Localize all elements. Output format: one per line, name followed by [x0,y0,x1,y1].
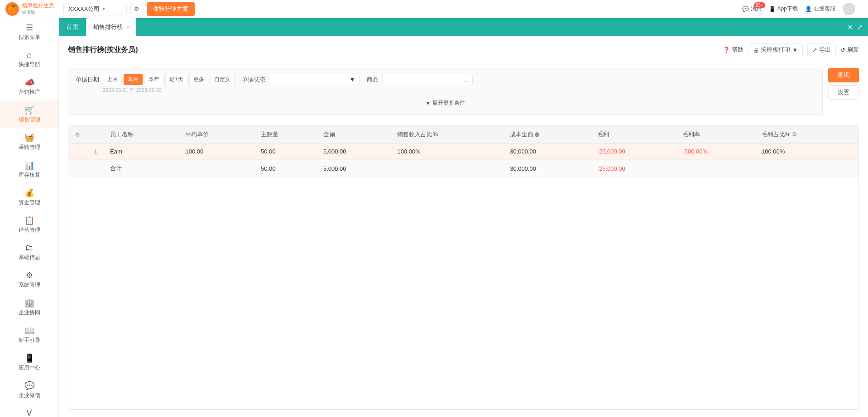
marketing-icon: 📣 [24,77,34,87]
sidebar-item-apps[interactable]: 📱 应用中心 [0,349,58,376]
status-filter-label: 单据状态 [242,76,265,84]
page-title: 销售排行榜(按业务员) [68,45,138,55]
row-avg-price: 100.00 [180,144,255,160]
tab-close-window-button[interactable]: ✕ [847,23,853,32]
sidebar-item-finance[interactable]: 💰 资金管理 [0,183,58,211]
row-settings-icon [68,144,86,160]
sidebar-label-basics: 基础信息 [19,254,40,261]
finance-icon: 💰 [24,188,34,198]
app-icon: 📱 [769,6,776,12]
sidebar-item-purchase[interactable]: 🧺 采购管理 [0,128,58,156]
trial-button[interactable]: 体验行业方案 [147,2,195,16]
tab-sales-ranking[interactable]: 销售排行榜 × [86,18,136,36]
refresh-icon: ↺ [840,47,845,53]
help-button[interactable]: ❓ 帮助 [723,46,743,54]
row-index: 1 [86,144,105,160]
col-settings[interactable]: ⚙ [68,126,86,144]
goods-input[interactable]: ... [382,74,473,85]
footer-gross: -25,000.00 [592,160,677,177]
purchase-icon: 🧺 [24,133,34,143]
data-table: ⚙ 员工名称 平均单价 主数量 全额 销售收入占比% 成本全额 i 毛利 [68,125,859,410]
footer-label: 合计 [105,160,180,177]
date-btn-this-month[interactable]: 本月 [124,74,143,85]
footer-total: 5,000.00 [318,160,392,177]
footer-main-qty: 50.00 [255,160,318,177]
sidebar-item-corp[interactable]: 🏢 企业协同 [0,293,58,321]
sidebar-item-guide[interactable]: 📖 新手引导 [0,321,58,349]
date-btn-7days[interactable]: 近7天 [165,74,187,85]
footer-cost-total: 30,000.00 [504,160,591,177]
col-sales-ratio: 销售收入占比% [392,126,504,144]
footer-index [86,160,105,177]
date-btn-more[interactable]: 更多 [189,74,208,85]
col-index [86,126,105,144]
header-actions: ❓ 帮助 🖨 按模板打印 ▼ ↗ 导出 [723,43,859,56]
online-service-button[interactable]: 👤 在线客服 [805,5,835,13]
row-gross-ratio: 100.00% [756,144,858,160]
message-button[interactable]: 💬 消息 99+ [742,5,762,13]
settings-button[interactable]: ⚙ [130,3,143,15]
sidebar-item-quick-nav[interactable]: ⌂ 快捷导航 [0,46,58,73]
print-chevron-icon: ▼ [792,47,798,53]
status-select[interactable]: ▼ [269,74,360,85]
expand-down-icon: ▼ [426,100,431,106]
sidebar-label-system: 系统管理 [19,281,40,289]
sidebar-label-search: 搜索菜单 [19,34,40,41]
sidebar-item-inventory[interactable]: 📊 库存核算 [0,156,58,183]
inventory-icon: 📊 [24,160,34,170]
tab-maximize-button[interactable]: ⤢ [857,23,863,32]
print-icon: 🖨 [753,47,759,53]
date-btn-custom[interactable]: 自定义 [210,74,235,85]
sidebar-item-system[interactable]: ⚙ 系统管理 [0,266,58,293]
export-button[interactable]: ↗ 导出 [807,43,836,56]
filter-row: 单据日期 上月 本月 本年 近7天 更多 自定义 [76,74,815,85]
query-button[interactable]: 查询 [828,68,859,82]
sidebar-item-sales[interactable]: 🛒 销售管理 [0,101,58,128]
sidebar-label-sales: 销售管理 [19,116,40,124]
logo-area: 🍊 畅康通好生意 标准版 [5,2,54,16]
row-gross: -25,000.00 [592,144,677,160]
company-selector[interactable]: XXXXX公司 ▼ [63,3,127,15]
sidebar-item-operations[interactable]: 📋 经营管理 [0,211,58,239]
expand-more-button[interactable]: ▼ 展开更多条件 [76,97,815,109]
logo-icon: 🍊 [5,2,19,16]
sidebar-label-operations: 经营管理 [19,226,40,234]
page-header: 销售排行榜(按业务员) ❓ 帮助 🖨 按模板打印 ▼ [68,43,859,56]
table-row: 1 Eam 100.00 50.00 5,000.00 100.00% 30,0… [68,144,858,160]
sidebar-label-quick-nav: 快捷导航 [19,61,40,68]
sidebar-item-basics[interactable]: 🗂 基础信息 [0,239,58,266]
sidebar-item-search[interactable]: ☰ 搜索菜单 [0,18,58,46]
sidebar-item-marketing[interactable]: 📣 营销推广 [0,73,58,101]
apps-icon: 📱 [24,353,34,363]
print-button[interactable]: 🖨 按模板打印 ▼ [748,43,803,56]
col-total: 全额 [318,126,392,144]
sidebar-label-marketing: 营销推广 [19,88,40,96]
avatar[interactable] [843,3,855,15]
sidebar-label-wechat: 企业微信 [19,392,40,399]
date-btn-last-month[interactable]: 上月 [103,74,122,85]
tab-actions: ✕ ⤢ [842,23,868,32]
date-btn-this-year[interactable]: 本年 [144,74,163,85]
tab-close-icon[interactable]: × [126,24,129,30]
date-range-text: 2023-06-01 至 2023-06-30 [103,87,815,94]
sidebar-label-finance: 资金管理 [19,199,40,206]
sidebar-label-corp: 企业协同 [19,309,40,316]
col-gross-ratio: 毛利占比% ⚙ [756,126,858,144]
row-gross-rate: -500.00% [677,144,756,160]
goods-more-icon: ... [464,76,469,83]
col-avg-price: 平均单价 [180,126,255,144]
row-sales-ratio: 100.00% [392,144,504,160]
online-service-label: 在线客服 [814,5,835,13]
corp-icon: 🏢 [24,298,34,308]
message-icon: 💬 [742,6,749,12]
settings-btn[interactable]: 设置 [828,85,859,100]
sidebar-item-member[interactable]: V 畅会员 [0,404,58,417]
col-main-qty: 主数量 [255,126,318,144]
refresh-button[interactable]: ↺ 刷新 [840,46,859,54]
help-icon: ❓ [723,47,730,53]
app-download-button[interactable]: 📱 App下载 [769,5,798,13]
tab-home[interactable]: 首页 [59,18,86,36]
sidebar-item-wechat[interactable]: 💬 企业微信 [0,376,58,404]
col-cost-total: 成本全额 i [504,126,591,144]
sales-icon: 🛒 [24,105,34,115]
